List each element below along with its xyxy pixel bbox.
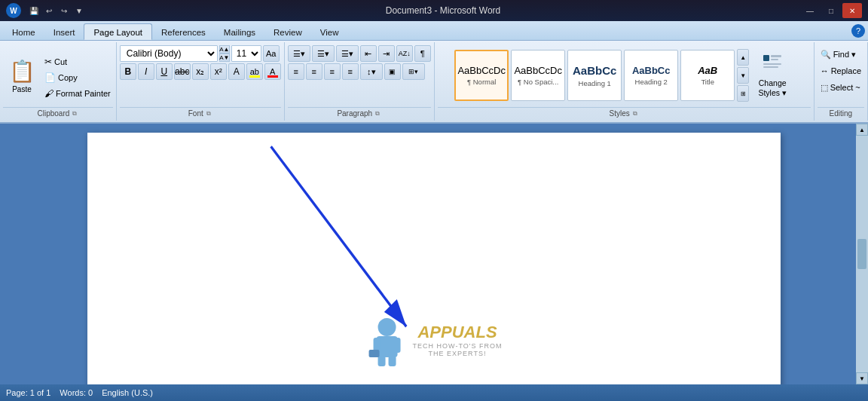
svg-rect-0: [763, 55, 769, 61]
change-styles-button[interactable]: ChangeStyles ▾: [751, 50, 793, 101]
page-count: Page: 1 of 1: [6, 388, 50, 397]
font-size-select[interactable]: 11: [231, 45, 261, 62]
select-button[interactable]: ⬚ Select ~: [818, 80, 863, 95]
styles-up-button[interactable]: ▲: [737, 49, 749, 66]
tab-references[interactable]: References: [152, 23, 215, 40]
style-title-card[interactable]: AaB Title: [680, 50, 735, 101]
style-nospace-text: AaBbCcDc: [514, 65, 562, 77]
format-painter-button[interactable]: 🖌 Format Painter: [42, 86, 113, 101]
window-title: Document3 - Microsoft Word: [386, 5, 501, 16]
font-row2: B I U abc x₂ x² A ab A: [120, 63, 281, 80]
font-expander[interactable]: ⧉: [205, 110, 212, 118]
clipboard-expander[interactable]: ⧉: [71, 110, 78, 118]
font-size-buttons: A▲ A▼: [219, 45, 230, 62]
language: English (U.S.): [102, 388, 153, 397]
scroll-thumb[interactable]: [857, 239, 866, 269]
bullets-button[interactable]: ☰▾: [288, 45, 310, 62]
grow-font-button[interactable]: A▲: [219, 45, 230, 54]
undo-quick-btn[interactable]: ↩: [42, 5, 56, 17]
underline-button[interactable]: U: [156, 63, 173, 80]
redo-quick-btn[interactable]: ↪: [57, 5, 71, 17]
paste-button[interactable]: 📋 Paste: [3, 50, 41, 103]
highlight-color-button[interactable]: ab: [246, 63, 263, 80]
multilevel-button[interactable]: ☰▾: [336, 45, 359, 62]
format-painter-icon: 🖌: [44, 88, 53, 99]
save-quick-btn[interactable]: 💾: [27, 5, 41, 17]
decrease-indent-button[interactable]: ⇤: [360, 45, 377, 62]
editing-label: Editing: [818, 107, 864, 119]
tab-view[interactable]: View: [311, 23, 348, 40]
document-area: APPUALS TECH HOW-TO'S FROM THE EXPERTS! …: [0, 124, 868, 384]
quick-access-toolbar: 💾 ↩ ↪ ▼: [27, 5, 86, 17]
minimize-btn[interactable]: —: [800, 3, 820, 18]
numbering-button[interactable]: ☰▾: [312, 45, 335, 62]
replace-button[interactable]: ↔ Replace: [818, 63, 864, 78]
vertical-scrollbar[interactable]: ▲ ▼: [856, 124, 868, 384]
ribbon-tabs: Home Insert Page Layout References Maili…: [0, 21, 868, 41]
show-hide-button[interactable]: ¶: [414, 45, 431, 62]
tab-home[interactable]: Home: [3, 23, 44, 40]
tab-insert[interactable]: Insert: [44, 23, 84, 40]
sort-button[interactable]: AZ↓: [396, 45, 413, 62]
style-h1-card[interactable]: AaBbCc Heading 1: [567, 50, 622, 101]
help-button[interactable]: ?: [851, 24, 865, 38]
copy-button[interactable]: 📄 Copy: [42, 70, 113, 85]
clear-format-button[interactable]: Aa: [263, 45, 280, 62]
replace-icon: ↔: [821, 66, 829, 75]
find-button[interactable]: 🔍 Find ▾: [818, 47, 859, 62]
italic-button[interactable]: I: [138, 63, 154, 80]
style-title-label: Title: [701, 78, 714, 86]
paste-icon: 📋: [9, 59, 35, 84]
font-color-button[interactable]: A: [264, 63, 281, 80]
status-bar: Page: 1 of 1 Words: 0 English (U.S.): [0, 384, 868, 401]
cut-label: Cut: [54, 57, 67, 66]
editing-content: 🔍 Find ▾ ↔ Replace ⬚ Select ~: [818, 44, 864, 107]
align-right-button[interactable]: ≡: [324, 63, 341, 80]
style-normal-label: ¶ Normal: [467, 78, 496, 86]
document-page[interactable]: APPUALS TECH HOW-TO'S FROM THE EXPERTS!: [87, 133, 781, 384]
shrink-font-button[interactable]: A▼: [219, 54, 230, 62]
styles-expand-button[interactable]: ⊞: [737, 85, 749, 102]
line-spacing-button[interactable]: ↕▾: [360, 63, 383, 80]
svg-rect-13: [369, 350, 380, 357]
maximize-btn[interactable]: □: [821, 3, 841, 18]
close-btn[interactable]: ✕: [842, 3, 862, 18]
more-quick-btn[interactable]: ▼: [72, 5, 86, 17]
style-nospace-label: ¶ No Spaci...: [518, 78, 558, 86]
svg-rect-11: [378, 356, 386, 366]
paragraph-content: ☰▾ ☰▾ ☰▾ ⇤ ⇥ AZ↓ ¶ ≡ ≡ ≡ ≡ ↕▾ ▣ ⊞▾: [288, 44, 431, 107]
find-label: Find: [833, 50, 849, 59]
title-bar-left: W 💾 ↩ ↪ ▼: [6, 3, 86, 18]
style-h1-text: AaBbCc: [573, 64, 616, 78]
strikethrough-button[interactable]: abc: [174, 63, 191, 80]
borders-button[interactable]: ⊞▾: [402, 63, 425, 80]
svg-rect-2: [771, 59, 778, 60]
styles-group: AaBbCcDc ¶ Normal AaBbCcDc ¶ No Spaci...…: [435, 42, 815, 121]
para-row1: ☰▾ ☰▾ ☰▾ ⇤ ⇥ AZ↓ ¶: [288, 45, 431, 62]
tab-review[interactable]: Review: [264, 23, 311, 40]
styles-down-button[interactable]: ▼: [737, 67, 749, 84]
scroll-up-button[interactable]: ▲: [856, 124, 868, 136]
bold-button[interactable]: B: [120, 63, 136, 80]
cut-button[interactable]: ✂ Cut: [42, 54, 113, 69]
change-styles-label: ChangeStyles ▾: [758, 78, 787, 97]
text-effects-button[interactable]: A: [228, 63, 245, 80]
paragraph-label: Paragraph ⧉: [288, 107, 431, 119]
style-normal-card[interactable]: AaBbCcDc ¶ Normal: [454, 50, 509, 101]
style-h2-card[interactable]: AaBbCc Heading 2: [624, 50, 678, 101]
align-center-button[interactable]: ≡: [306, 63, 322, 80]
justify-button[interactable]: ≡: [342, 63, 359, 80]
paragraph-expander[interactable]: ⧉: [374, 110, 381, 118]
align-left-button[interactable]: ≡: [288, 63, 304, 80]
increase-indent-button[interactable]: ⇥: [378, 45, 395, 62]
tab-mailings[interactable]: Mailings: [215, 23, 264, 40]
shading-button[interactable]: ▣: [384, 63, 401, 80]
clipboard-group: 📋 Paste ✂ Cut 📄 Copy 🖌 Format Painter: [0, 42, 117, 121]
scroll-down-button[interactable]: ▼: [856, 372, 868, 384]
style-nospace-card[interactable]: AaBbCcDc ¶ No Spaci...: [511, 50, 565, 101]
tab-page-layout[interactable]: Page Layout: [84, 23, 152, 40]
styles-expander[interactable]: ⧉: [631, 110, 639, 118]
subscript-button[interactable]: x₂: [192, 63, 209, 80]
superscript-button[interactable]: x²: [210, 63, 227, 80]
font-family-select[interactable]: Calibri (Body): [120, 45, 218, 62]
